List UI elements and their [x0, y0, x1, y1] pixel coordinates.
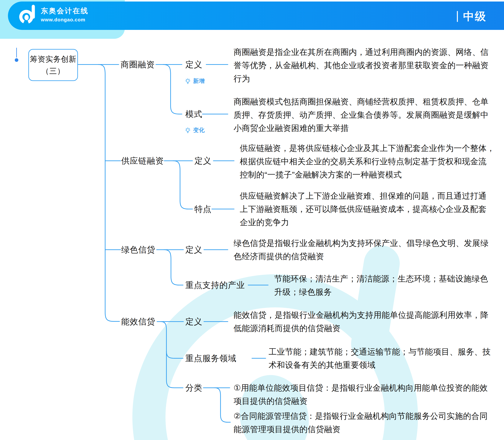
text-business-circle-model: 商圈融资模式包括商圈担保融资、商铺经营权质押、租赁权质押、仓单 质押、存货质押、… — [233, 95, 489, 135]
node-definition-energy-credit: 定义 — [185, 316, 202, 327]
level-label: 中级 — [463, 9, 487, 24]
text-business-circle-definition: 商圈融资是指企业在其所在商圈内，通过利用商圈内的资源、网络、信 誉等优势，从金融… — [233, 45, 489, 85]
node-definition-supply-chain: 定义 — [194, 155, 211, 166]
badge-changed: 变化 — [184, 126, 205, 134]
badge-changed-label: 变化 — [193, 126, 205, 134]
text-supply-chain-definition: 供应链融资，是将供应链核心企业及其上下游配套企业作为一个整体， 根据供应链中相关… — [240, 141, 495, 181]
node-definition-business-circle: 定义 — [185, 59, 202, 70]
text-classification-item-1: ①用能单位能效项目信贷：是指银行业金融机构向用能单位投资的能效 项目提供的信贷融… — [233, 381, 488, 408]
brand-text-block: 东奥会计在线 www.dongao.com — [41, 6, 89, 23]
badge-new-label: 新增 — [193, 77, 205, 85]
text-energy-credit-definition: 能效信贷，是指银行业金融机构为支持用能单位提高能源利用效率，降 低能源消耗而提供… — [233, 308, 489, 335]
level-separator — [457, 11, 458, 22]
text-green-credit-definition: 绿色信贷是指银行业金融机构为支持环保产业、倡导绿色文明、发展绿 色经济而提供的信… — [233, 236, 489, 263]
root-node: 筹资实务创新 （三） — [28, 49, 78, 81]
pointer-line — [16, 48, 17, 57]
lightbulb-icon — [184, 78, 191, 84]
branch-business-circle-financing: 商圈融资 — [121, 59, 155, 70]
root-title-line1: 筹资实务创新 — [30, 54, 76, 64]
branch-energy-efficiency-credit: 能效信贷 — [121, 316, 155, 327]
branch-green-credit: 绿色信贷 — [121, 244, 155, 255]
node-model: 模式 — [185, 109, 202, 120]
pointer-dot — [15, 58, 18, 62]
level-badge: 中级 — [457, 9, 487, 24]
text-key-supported-industries: 节能环保；清洁生产；清洁能源；生态环境；基础设施绿色 升级；绿色服务 — [274, 272, 488, 299]
brand-url: www.dongao.com — [41, 17, 89, 23]
dongao-logo-icon — [18, 4, 38, 25]
brand-logo: 东奥会计在线 www.dongao.com — [18, 4, 89, 25]
text-supply-chain-features: 供应链融资解决了上下游企业融资难、担保难的问题，而且通过打通 上下游融资瓶颈，还… — [240, 189, 487, 229]
node-key-supported-industries: 重点支持的产业 — [185, 280, 245, 291]
study-chart-page: 东奥会计在线 www.dongao.com 中级 筹资实务创新 （三） 商圈融资… — [0, 0, 504, 440]
header-bar: 东奥会计在线 www.dongao.com 中级 — [8, 1, 504, 30]
branch-supply-chain-financing: 供应链融资 — [121, 155, 164, 166]
badge-new: 新增 — [184, 77, 205, 85]
text-classification-item-2: ②合同能源管理信贷：是指银行业金融机构向节能服务公司实施的合同 能源管理项目提供… — [233, 409, 488, 436]
node-features: 特点 — [194, 204, 211, 215]
text-key-service-areas: 工业节能；建筑节能；交通运输节能；与节能项目、服务、技 术和设备有关的其他重要领… — [269, 345, 491, 371]
root-title-line2: （三） — [41, 66, 65, 76]
brand-name: 东奥会计在线 — [41, 6, 89, 16]
node-key-service-areas: 重点服务领域 — [185, 353, 236, 364]
node-classification: 分类 — [185, 382, 202, 393]
node-definition-green-credit: 定义 — [185, 244, 202, 255]
lightbulb-icon — [184, 127, 191, 134]
